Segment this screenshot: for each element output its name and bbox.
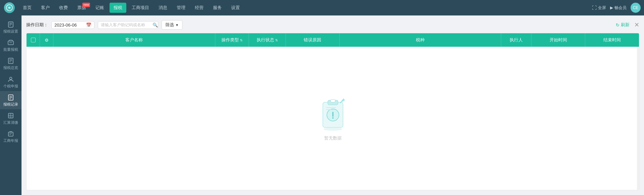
svg-point-31	[332, 117, 334, 119]
svg-text:-: -	[12, 113, 12, 115]
sidebar-item-personal-tax[interactable]: 个税申报	[0, 73, 22, 91]
svg-rect-23	[8, 132, 13, 136]
sidebar-item-batch-tax-label: 批量报税	[3, 47, 18, 52]
search-icon[interactable]: 🔍	[153, 23, 158, 28]
search-input[interactable]	[101, 23, 151, 27]
date-input[interactable]	[54, 23, 85, 28]
th-executor: 执行人	[501, 33, 531, 47]
nav-item-message[interactable]: 消息	[155, 3, 171, 13]
svg-text:×: ×	[9, 116, 10, 118]
sidebar-item-annual-report-label: 工商年报	[3, 139, 18, 143]
th-taxtype: 税种	[340, 33, 502, 47]
th-error: 错误原因	[286, 33, 340, 47]
th-status[interactable]: 执行状态 ⇅	[249, 33, 286, 47]
table-header: ⚙ 客户名称 操作类型 ⇅ 执行状态 ⇅ 错误原因 税种 执行人 开始时间 结束…	[27, 33, 639, 47]
th-starttime: 开始时间	[531, 33, 585, 47]
app-logo[interactable]	[3, 2, 15, 14]
tax-summary-icon	[7, 57, 14, 65]
sidebar: 报税设置 批量报税 报税总览	[0, 15, 22, 195]
refresh-icon: ↻	[616, 23, 619, 28]
sidebar-item-tax-summary[interactable]: 报税总览	[0, 54, 22, 73]
sidebar-item-tax-summary-label: 报税总览	[3, 66, 18, 70]
scrollbar[interactable]	[637, 47, 639, 190]
svg-point-36	[324, 127, 342, 131]
nav-items-list: 首页 客户 收费 票据 new 记账 报税 工商项目 消息 管理 经营 服务 设…	[19, 3, 592, 13]
calendar-icon: 📅	[86, 23, 91, 28]
refresh-button[interactable]: ↻ 刷新	[616, 22, 630, 28]
sidebar-item-batch-tax[interactable]: 批量报税	[0, 36, 22, 54]
nav-item-business[interactable]: 工商项目	[128, 3, 153, 13]
sidebar-item-tax-records[interactable]: 报税记录	[0, 91, 22, 109]
sidebar-item-annual-report[interactable]: 工商年报	[0, 127, 22, 146]
th-checkbox[interactable]	[27, 33, 40, 47]
sort-optype-icon: ⇅	[240, 38, 243, 42]
fullscreen-button[interactable]: ⛶ 全屏	[592, 5, 606, 11]
tax-records-icon	[7, 94, 14, 101]
toolbar: 操作日期： 📅 🔍 筛选 ▼ ↻ 刷新 ✕	[26, 20, 639, 30]
chevron-down-icon: ▼	[175, 23, 179, 27]
main-layout: 报税设置 批量报税 报税总览	[0, 15, 644, 195]
logo-icon	[4, 2, 15, 13]
annual-report-icon	[7, 130, 14, 138]
date-picker[interactable]: 📅	[51, 21, 94, 29]
svg-text:+: +	[9, 113, 10, 115]
fullscreen-icon: ⛶	[592, 5, 597, 10]
svg-point-11	[10, 77, 12, 79]
empty-text: 暂无数据	[324, 135, 342, 141]
play-icon: ▶	[610, 5, 613, 10]
top-navigation: 首页 客户 收费 票据 new 记账 报税 工商项目 消息 管理 经营 服务 设…	[0, 0, 644, 15]
select-all-checkbox[interactable]	[31, 38, 36, 42]
svg-rect-28	[331, 100, 335, 102]
sidebar-item-calculation[interactable]: + - × ÷ 汇算清缴	[0, 109, 22, 127]
settings-icon: ⚙	[45, 38, 49, 43]
sidebar-item-tax-records-label: 报税记录	[3, 102, 18, 107]
date-label: 操作日期：	[26, 22, 48, 28]
close-button[interactable]: ✕	[634, 21, 639, 29]
table-body: 暂无数据	[27, 47, 639, 190]
data-table: ⚙ 客户名称 操作类型 ⇅ 执行状态 ⇅ 错误原因 税种 执行人 开始时间 结束…	[26, 33, 639, 190]
svg-text:÷: ÷	[11, 116, 12, 118]
tax-settings-icon	[7, 21, 14, 28]
empty-illustration	[316, 95, 350, 132]
filter-button[interactable]: 筛选 ▼	[162, 20, 182, 30]
nav-item-client[interactable]: 客户	[37, 3, 54, 13]
sidebar-item-tax-settings[interactable]: 报税设置	[0, 18, 22, 36]
member-button[interactable]: ▶ 畅会员	[610, 5, 627, 11]
nav-item-service[interactable]: 服务	[209, 3, 226, 13]
sidebar-item-personal-tax-label: 个税申报	[3, 84, 18, 88]
empty-state: 暂无数据	[316, 95, 350, 141]
nav-item-manage[interactable]: 管理	[173, 3, 189, 13]
th-client: 客户名称	[53, 33, 215, 47]
nav-item-finance[interactable]: 经营	[191, 3, 208, 13]
nav-item-bookkeeping[interactable]: 记账	[91, 3, 108, 13]
nav-item-tax[interactable]: 报税	[110, 3, 126, 13]
svg-rect-1	[8, 22, 13, 27]
batch-tax-icon	[7, 39, 14, 46]
content-area: 操作日期： 📅 🔍 筛选 ▼ ↻ 刷新 ✕	[22, 15, 644, 195]
new-badge: new	[82, 3, 90, 7]
sort-status-icon: ⇅	[275, 38, 278, 42]
sidebar-item-calculation-label: 汇算清缴	[3, 120, 18, 125]
nav-item-home[interactable]: 首页	[19, 3, 36, 13]
nav-item-invoice[interactable]: 票据 new	[73, 3, 90, 13]
calculation-icon: + - × ÷	[7, 112, 14, 119]
th-endtime: 结束时间	[585, 33, 639, 47]
personal-tax-icon	[7, 76, 14, 83]
th-settings[interactable]: ⚙	[40, 33, 53, 47]
nav-right: ⛶ 全屏 ▶ 畅会员 CE	[592, 3, 641, 13]
th-optype[interactable]: 操作类型 ⇅	[215, 33, 249, 47]
sidebar-item-tax-settings-label: 报税设置	[3, 29, 18, 34]
search-box[interactable]: 🔍	[98, 21, 158, 29]
nav-item-settings[interactable]: 设置	[227, 3, 244, 13]
avatar[interactable]: CE	[631, 3, 641, 13]
nav-item-billing[interactable]: 收费	[55, 3, 72, 13]
